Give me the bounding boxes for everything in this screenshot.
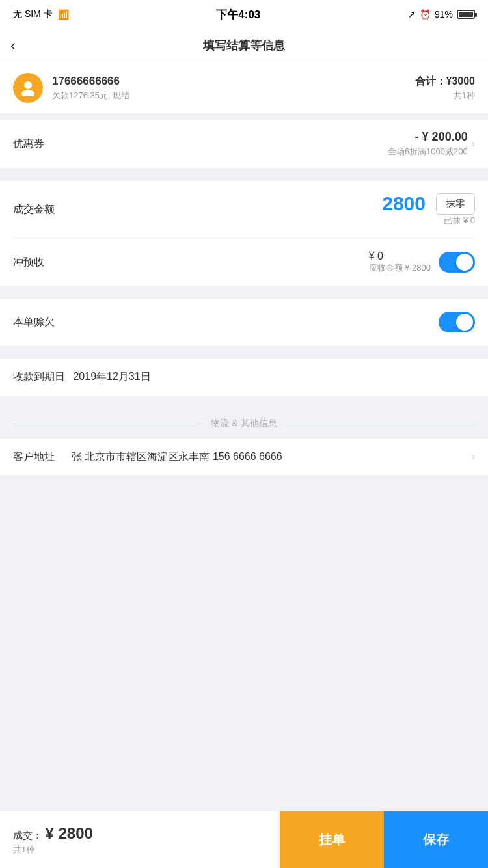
prepaid-row: 冲预收 ¥ 0 应收金额 ¥ 2800 [13,239,475,286]
bottom-summary: 成交： ¥ 2800 共1种 [0,824,280,856]
header: ‹ 填写结算等信息 [0,29,488,62]
bottom-deal-count: 共1种 [13,844,267,856]
form-section-amounts: 成交金额 2800 抹零 已抹 ¥ 0 冲预收 ¥ 0 应收金额 ¥ 2800 [0,181,488,286]
status-left: 无 SIM 卡 📶 [13,8,69,20]
bottom-deal-line: 成交： ¥ 2800 [13,824,267,843]
prepaid-sub: 应收金额 ¥ 2800 [369,262,431,274]
prepaid-label: 冲预收 [13,256,44,269]
battery-percent: 91% [435,9,453,20]
coupon-discount: - ¥ 200.00 [388,130,468,144]
prepaid-amount-group: ¥ 0 应收金额 ¥ 2800 [369,251,431,274]
address-row[interactable]: 客户地址 张 北京市市辖区海淀区永丰南 156 6666 6666 › [0,439,488,475]
hold-button[interactable]: 挂单 [280,811,384,869]
page-title: 填写结算等信息 [203,38,285,53]
prepaid-right: ¥ 0 应收金额 ¥ 2800 [369,251,475,274]
back-button[interactable]: ‹ [10,38,16,53]
round-button[interactable]: 抹零 [436,193,475,215]
wifi-icon: 📶 [58,9,69,20]
amount-group: 2800 抹零 [382,193,475,215]
customer-phone: 17666666666 [52,75,129,88]
bottom-bar: 成交： ¥ 2800 共1种 挂单 保存 [0,811,488,868]
debt-label: 本单赊欠 [13,316,55,329]
svg-point-0 [24,81,32,89]
chevron-right-icon: › [472,138,475,150]
deal-amount-value: 2800 [382,193,426,215]
debt-section: 本单赊欠 [0,299,488,346]
customer-info: 17666666666 欠款1276.35元, 现结 [52,75,129,102]
section-divider-4 [0,402,488,409]
coupon-info: - ¥ 200.00 全场6折满1000减200 [388,130,468,157]
bottom-deal-value: ¥ 2800 [45,824,92,842]
alarm-icon: ⏰ [420,9,431,20]
prepaid-toggle[interactable] [439,252,475,273]
sim-status: 无 SIM 卡 [13,8,53,20]
due-date-value: 2019年12月31日 [73,371,150,382]
bottom-deal-label: 成交： [13,830,42,841]
debt-toggle-knob [456,314,473,331]
logistics-divider: 物流 & 其他信息 [0,409,488,439]
section-divider-1 [0,174,488,181]
deal-amount-row: 成交金额 2800 抹零 已抹 ¥ 0 [13,181,475,239]
due-date-label: 收款到期日 [13,371,65,382]
prepaid-value: ¥ 0 [369,251,431,262]
coupon-desc: 全场6折满1000减200 [388,146,468,157]
customer-total: 合计：¥3000 [415,75,476,88]
debt-row: 本单赊欠 [13,299,475,346]
section-divider-3 [0,352,488,359]
coupon-row[interactable]: 优惠券 - ¥ 200.00 全场6折满1000减200 › [0,120,488,168]
content: 17666666666 欠款1276.35元, 现结 合计：¥3000 共1种 … [0,62,488,644]
address-chevron-icon: › [472,451,475,463]
customer-sub: 欠款1276.35元, 现结 [52,90,129,102]
coupon-right: - ¥ 200.00 全场6折满1000减200 › [388,130,475,157]
customer-right: 合计：¥3000 共1种 [415,75,476,102]
empty-space [0,481,488,586]
status-right: ↗ ⏰ 91% [408,9,475,20]
status-time: 下午4:03 [216,7,260,22]
coupon-label: 优惠券 [13,137,44,151]
section-divider-2 [0,292,488,299]
avatar [13,73,43,103]
svg-point-1 [21,90,34,96]
save-button[interactable]: 保存 [384,811,488,869]
logistics-line-left [13,424,202,424]
customer-left: 17666666666 欠款1276.35元, 现结 [13,73,129,103]
battery-icon [457,10,475,19]
logistics-text: 物流 & 其他信息 [202,418,286,429]
logistics-line-right [286,424,475,424]
deal-amount-label: 成交金额 [13,203,55,217]
location-icon: ↗ [408,9,416,20]
customer-card: 17666666666 欠款1276.35元, 现结 合计：¥3000 共1种 [0,62,488,113]
deal-amount-right: 2800 抹零 已抹 ¥ 0 [382,193,475,226]
toggle-knob [456,254,473,271]
debt-toggle[interactable] [439,312,475,332]
customer-count: 共1种 [415,90,476,102]
deal-amount-sub: 已抹 ¥ 0 [382,215,475,226]
address-label: 客户地址 [13,450,65,464]
address-value: 张 北京市市辖区海淀区永丰南 156 6666 6666 [72,449,465,465]
due-date-section: 收款到期日 2019年12月31日 [0,359,488,396]
status-bar: 无 SIM 卡 📶 下午4:03 ↗ ⏰ 91% [0,0,488,29]
